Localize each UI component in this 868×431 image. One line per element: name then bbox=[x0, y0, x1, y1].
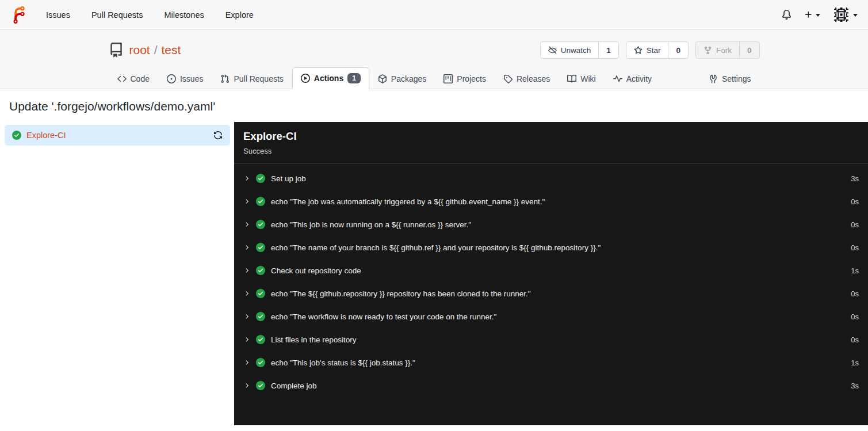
avatar bbox=[833, 6, 850, 23]
step-duration: 0s bbox=[851, 243, 859, 252]
step-duration: 0s bbox=[851, 312, 859, 321]
tab-releases[interactable]: Releases bbox=[495, 68, 559, 89]
step-name: echo "The workflow is now ready to test … bbox=[271, 312, 496, 321]
chevron-right-icon bbox=[243, 244, 250, 251]
step-name: Check out repository code bbox=[271, 266, 361, 275]
chevron-right-icon bbox=[243, 290, 250, 297]
steps-list: Set up job 3s echo "The job was automati… bbox=[234, 163, 868, 397]
watch-button-group: Unwatch 1 bbox=[540, 41, 619, 59]
step-row[interactable]: echo "The ${{ github.repository }} repos… bbox=[234, 282, 868, 305]
tag-icon bbox=[503, 74, 513, 83]
fork-button-group: Fork 0 bbox=[695, 41, 760, 59]
nav-link-issues[interactable]: Issues bbox=[46, 10, 70, 20]
job-item-explore-ci[interactable]: Explore-CI bbox=[5, 125, 230, 146]
repo-book-icon bbox=[109, 43, 124, 58]
tab-actions[interactable]: Actions 1 bbox=[292, 67, 369, 89]
fork-icon bbox=[703, 46, 712, 55]
unwatch-button[interactable]: Unwatch bbox=[541, 42, 599, 58]
issue-icon bbox=[167, 74, 176, 83]
tab-packages[interactable]: Packages bbox=[369, 68, 435, 89]
step-duration: 0s bbox=[851, 220, 859, 229]
fork-button: Fork bbox=[696, 42, 739, 58]
breadcrumb-separator: / bbox=[154, 43, 158, 57]
plus-icon bbox=[804, 10, 813, 19]
main-nav: Issues Pull Requests Milestones Explore bbox=[46, 10, 254, 20]
step-row[interactable]: Complete job 3s bbox=[234, 374, 868, 397]
chevron-right-icon bbox=[243, 198, 250, 205]
chevron-right-icon bbox=[243, 267, 250, 274]
step-duration: 3s bbox=[851, 382, 859, 390]
tab-settings[interactable]: Settings bbox=[700, 68, 760, 89]
create-new-dropdown[interactable] bbox=[804, 10, 820, 19]
tab-activity[interactable]: Activity bbox=[605, 68, 660, 89]
nav-link-pull-requests[interactable]: Pull Requests bbox=[91, 10, 143, 20]
repo-name-link[interactable]: test bbox=[162, 43, 181, 57]
tab-wiki[interactable]: Wiki bbox=[559, 68, 604, 89]
step-name: List files in the repository bbox=[271, 335, 357, 344]
check-circle-icon bbox=[256, 266, 265, 275]
star-count[interactable]: 0 bbox=[668, 42, 688, 58]
tab-code[interactable]: Code bbox=[109, 68, 158, 89]
step-row[interactable]: echo "This job is now running on a ${{ r… bbox=[234, 213, 868, 236]
repo-owner-link[interactable]: root bbox=[129, 43, 150, 57]
forgejo-logo-icon[interactable] bbox=[10, 6, 28, 24]
user-menu-dropdown[interactable] bbox=[833, 6, 858, 23]
step-row[interactable]: echo "The workflow is now ready to test … bbox=[234, 305, 868, 328]
eye-slash-icon bbox=[548, 46, 557, 55]
step-name: echo "The name of your branch is ${{ git… bbox=[271, 243, 601, 252]
star-button[interactable]: Star bbox=[626, 42, 668, 58]
check-circle-icon bbox=[256, 174, 265, 183]
step-row[interactable]: echo "The job was automatically triggere… bbox=[234, 190, 868, 213]
navbar-right bbox=[782, 6, 858, 23]
step-row[interactable]: echo "This job's status is ${{ job.statu… bbox=[234, 351, 868, 374]
repo-breadcrumb: root / test bbox=[129, 43, 181, 57]
chevron-down-icon bbox=[853, 14, 858, 17]
tab-pull-requests[interactable]: Pull Requests bbox=[212, 68, 292, 89]
step-duration: 0s bbox=[851, 335, 859, 344]
nav-link-explore[interactable]: Explore bbox=[225, 10, 254, 20]
repo-header: root / test Unwatch 1 Star 0 bbox=[0, 30, 868, 89]
repo-tabs: Code Issues Pull Requests Actions 1 Pack… bbox=[109, 67, 760, 89]
jobs-sidebar: Explore-CI bbox=[0, 122, 234, 146]
step-name: echo "The job was automatically triggere… bbox=[271, 197, 545, 206]
fork-count: 0 bbox=[739, 42, 759, 58]
tab-issues[interactable]: Issues bbox=[158, 68, 212, 89]
watch-count[interactable]: 1 bbox=[598, 42, 618, 58]
play-circle-icon bbox=[301, 74, 310, 83]
check-circle-icon bbox=[256, 358, 265, 367]
project-board-icon bbox=[443, 74, 453, 83]
job-title: Explore-CI bbox=[243, 129, 859, 143]
chevron-right-icon bbox=[243, 175, 250, 182]
star-icon bbox=[634, 46, 643, 55]
nav-link-milestones[interactable]: Milestones bbox=[164, 10, 204, 20]
step-duration: 1s bbox=[851, 266, 859, 275]
star-button-group: Star 0 bbox=[626, 41, 689, 59]
rerun-sync-icon[interactable] bbox=[213, 131, 223, 140]
job-log-panel: Explore-CI Success Set up job 3s echo "T… bbox=[234, 122, 868, 425]
chevron-down-icon bbox=[816, 14, 820, 17]
step-row[interactable]: Set up job 3s bbox=[234, 167, 868, 190]
job-status-text: Success bbox=[243, 147, 859, 156]
tab-projects[interactable]: Projects bbox=[435, 68, 495, 89]
step-row[interactable]: List files in the repository 0s bbox=[234, 328, 868, 351]
step-row[interactable]: Check out repository code 1s bbox=[234, 259, 868, 282]
job-name: Explore-CI bbox=[26, 131, 66, 140]
chevron-right-icon bbox=[243, 359, 250, 366]
top-navbar: Issues Pull Requests Milestones Explore bbox=[0, 0, 868, 30]
step-row[interactable]: echo "The name of your branch is ${{ git… bbox=[234, 236, 868, 259]
chevron-right-icon bbox=[243, 382, 250, 389]
check-circle-icon bbox=[256, 197, 265, 206]
step-name: echo "The ${{ github.repository }} repos… bbox=[271, 289, 531, 298]
step-duration: 1s bbox=[851, 358, 859, 367]
run-layout: Explore-CI Explore-CI Success Set up job… bbox=[0, 122, 868, 425]
check-circle-icon bbox=[256, 220, 265, 229]
check-circle-icon bbox=[256, 381, 265, 390]
workflow-run-title: Update '.forgejo/workflows/demo.yaml' bbox=[0, 89, 868, 122]
step-name: echo "This job is now running on a ${{ r… bbox=[271, 220, 471, 229]
notifications-bell-icon[interactable] bbox=[782, 10, 791, 20]
git-pull-request-icon bbox=[220, 74, 230, 83]
step-duration: 0s bbox=[851, 289, 859, 298]
code-icon bbox=[117, 74, 127, 83]
check-circle-icon bbox=[256, 289, 265, 298]
check-circle-icon bbox=[256, 312, 265, 321]
